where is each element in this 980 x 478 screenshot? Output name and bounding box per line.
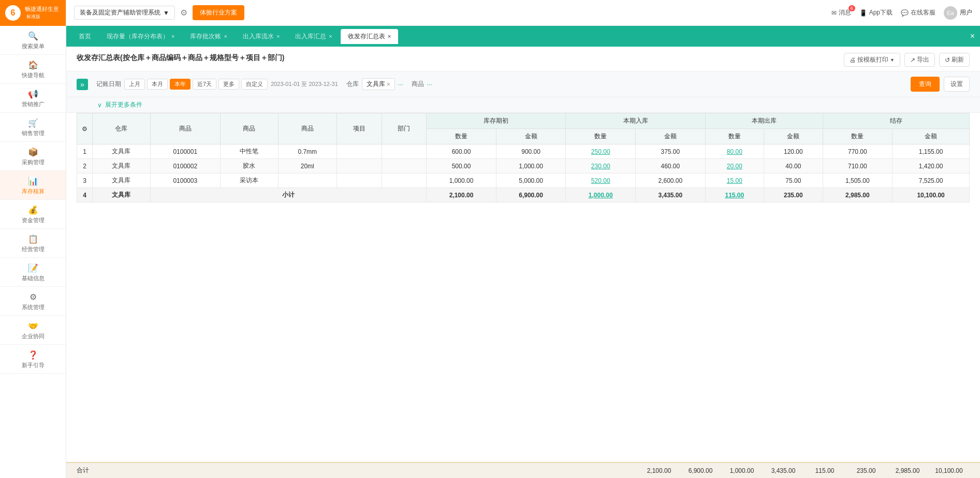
data-table: ⚙ 仓库 商品 商品 商品 项目 部门 库存期初 本期入库 本期出库 结存 数量: [77, 113, 970, 202]
refresh-btn[interactable]: ↺ 刷新: [939, 53, 970, 67]
footer-in-qty: 1,000.00: [721, 467, 763, 474]
topbar: 装备及固定资产辅助管理系统 ▼ ⚙ 体验行业方案 ✉ 消息 6 📱 App下载 …: [66, 0, 980, 26]
th-group-out: 本期出库: [705, 113, 823, 129]
goods-more-btn[interactable]: ···: [427, 81, 432, 88]
date-btn-this-year[interactable]: 本年: [170, 79, 191, 90]
page-title: 收发存汇总表(按仓库＋商品编码＋商品＋规格型号＋项目＋部门): [77, 53, 284, 63]
print-btn[interactable]: 🖨 按模板打印 ▼: [844, 53, 900, 67]
sidebar-item-finance[interactable]: 💰 资金管理: [0, 200, 66, 229]
subtotal-label: 小计: [150, 188, 426, 202]
cell-open-amt: 900.00: [496, 144, 566, 159]
tab-close-batch[interactable]: ×: [224, 33, 227, 39]
tab-inout-flow[interactable]: 出入库流水 ×: [236, 29, 287, 44]
tab-close-inout-summary[interactable]: ×: [329, 33, 332, 39]
operations-icon: 📋: [28, 234, 38, 244]
sidebar-item-label: 销售管理: [22, 129, 45, 137]
filter-action-btns: 查询 设置: [911, 77, 970, 92]
tab-home[interactable]: 首页: [71, 29, 98, 44]
sidebar-item-inventory[interactable]: 📊 库存核算: [0, 171, 66, 200]
setting-btn[interactable]: 设置: [944, 77, 970, 92]
cell-out-qty[interactable]: 20.00: [705, 159, 764, 173]
warehouse-tag[interactable]: 文具库 ×: [362, 78, 395, 90]
footer-open-amt: 6,900.00: [680, 467, 721, 474]
cell-close-amt: 1,420.00: [893, 159, 970, 173]
date-btn-more[interactable]: 更多: [218, 79, 239, 90]
filter-expand-btn[interactable]: »: [77, 79, 88, 90]
date-btn-custom[interactable]: 自定义: [241, 79, 268, 90]
tab-close-inout-flow[interactable]: ×: [276, 33, 280, 39]
sidebar-item-operations[interactable]: 📋 经营管理: [0, 229, 66, 258]
subtotal-in-qty[interactable]: 1,000.00: [566, 188, 636, 202]
logo-text: 畅捷通好生意 标准版: [25, 5, 59, 21]
tab-close-recv-send[interactable]: ×: [388, 33, 391, 39]
home-icon: 🏠: [28, 60, 38, 70]
experience-btn[interactable]: 体验行业方案: [193, 5, 244, 20]
goods-filter-label: 商品: [412, 80, 424, 89]
sidebar-item-label: 快捷导航: [22, 71, 45, 79]
message-btn[interactable]: ✉ 消息 6: [831, 8, 851, 17]
warehouse-more-btn[interactable]: ···: [398, 81, 403, 88]
cell-project: [337, 159, 382, 173]
export-btn[interactable]: ↗ 导出: [904, 53, 935, 67]
sidebar-item-sales[interactable]: 🛒 销售管理: [0, 113, 66, 142]
expand-more-btn[interactable]: ∨ 展开更多条件: [66, 97, 980, 113]
th-group-open: 库存期初: [427, 113, 566, 129]
chevron-down-icon: ▼: [163, 9, 169, 17]
sidebar-item-quick[interactable]: 🏠 快捷导航: [0, 55, 66, 84]
user-profile[interactable]: Ea 用户: [944, 6, 972, 20]
goods-filter-group: 商品 ···: [412, 80, 432, 89]
tab-close-inventory-dist[interactable]: ×: [171, 33, 174, 39]
cell-in-qty[interactable]: 230.00: [566, 159, 636, 173]
sidebar-item-search[interactable]: 🔍 搜索菜单: [0, 26, 66, 55]
th-settings[interactable]: ⚙: [77, 113, 93, 144]
th-close-qty: 数量: [823, 129, 893, 144]
cell-in-qty[interactable]: 520.00: [566, 173, 636, 188]
cell-dept: [382, 144, 427, 159]
guide-icon: ❓: [28, 350, 38, 360]
sidebar-item-marketing[interactable]: 📢 营销推广: [0, 84, 66, 113]
tab-inventory-dist[interactable]: 现存量（库存分布表） ×: [99, 29, 182, 44]
page-header: 收发存汇总表(按仓库＋商品编码＋商品＋规格型号＋项目＋部门) 🖨 按模板打印 ▼…: [66, 47, 980, 71]
footer-out-qty: 115.00: [804, 467, 845, 474]
sidebar-item-guide[interactable]: ❓ 新手引导: [0, 345, 66, 374]
cell-out-amt: 120.00: [764, 144, 823, 159]
sidebar-item-label: 采购管理: [22, 158, 45, 166]
service-icon: 💬: [901, 9, 909, 17]
cell-out-amt: 40.00: [764, 159, 823, 173]
date-filter-group: 记账日期 上月 本月 本年 近7天 更多 自定义 2023-01-01 至 20…: [96, 79, 338, 90]
cell-out-qty[interactable]: 80.00: [705, 144, 764, 159]
cell-close-qty: 770.00: [823, 144, 893, 159]
sidebar-item-system[interactable]: ⚙ 系统管理: [0, 287, 66, 316]
tab-inout-summary[interactable]: 出入库汇总 ×: [288, 29, 339, 44]
date-btn-last-month[interactable]: 上月: [124, 79, 145, 90]
th-out-amt: 金额: [764, 129, 823, 144]
subtotal-out-amt: 235.00: [764, 188, 823, 202]
subtotal-close-amt: 10,100.00: [893, 188, 970, 202]
cell-goods-code: 0100002: [150, 159, 220, 173]
sidebar-item-basic[interactable]: 📝 基础信息: [0, 258, 66, 287]
app-download-btn[interactable]: 📱 App下载: [859, 8, 893, 17]
cell-open-amt: 5,000.00: [496, 173, 566, 188]
subtotal-out-qty[interactable]: 115.00: [705, 188, 764, 202]
table-row: 1 文具库 0100001 中性笔 0.7mm 600.00 900.00 25…: [77, 144, 970, 159]
cell-out-qty[interactable]: 15.00: [705, 173, 764, 188]
cell-in-qty[interactable]: 250.00: [566, 144, 636, 159]
warehouse-tag-close[interactable]: ×: [387, 81, 390, 88]
system-select[interactable]: 装备及固定资产辅助管理系统 ▼: [74, 6, 175, 20]
purchase-icon: 📦: [28, 147, 38, 157]
table-area: ⚙ 仓库 商品 商品 商品 项目 部门 库存期初 本期入库 本期出库 结存 数量: [66, 113, 980, 462]
tab-recv-send[interactable]: 收发存汇总表 ×: [341, 29, 398, 44]
th-goods-name: 商品: [220, 113, 278, 144]
th-close-amt: 金额: [893, 129, 970, 144]
online-service-btn[interactable]: 💬 在线客服: [901, 8, 935, 17]
date-btn-7days[interactable]: 近7天: [193, 79, 216, 90]
close-all-tabs-btn[interactable]: ×: [970, 32, 975, 41]
gear-icon[interactable]: ⚙: [180, 8, 187, 18]
tab-batch[interactable]: 库存批次账 ×: [183, 29, 234, 44]
sidebar-item-purchase[interactable]: 📦 采购管理: [0, 142, 66, 171]
sidebar-item-enterprise[interactable]: 🤝 企业协同: [0, 316, 66, 345]
query-btn[interactable]: 查询: [911, 77, 940, 92]
date-btn-this-month[interactable]: 本月: [147, 79, 168, 90]
cell-project: [337, 144, 382, 159]
subtotal-in-amt: 3,435.00: [636, 188, 706, 202]
